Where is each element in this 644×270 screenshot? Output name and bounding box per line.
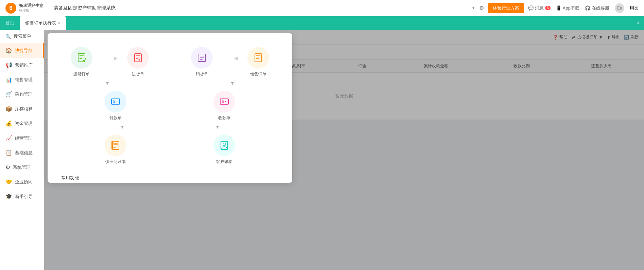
marketing-label: 营销推广 xyxy=(15,62,33,68)
arrow-dashed-2: ◀ xyxy=(222,55,238,69)
message-icon: 💬 xyxy=(528,5,534,11)
sidebar: 🔍 搜索菜单 🏠 快捷导航 📢 营销推广 📊 销售管理 🛒 采购管理 📦 库存核… xyxy=(0,30,44,270)
payment-label: 付款单 xyxy=(109,115,122,121)
sale-bill-circle xyxy=(191,47,213,69)
logo-icon: 6 xyxy=(5,3,16,14)
modal-scroll[interactable]: 进货订单 ▶ xyxy=(48,33,292,183)
message-btn[interactable]: 💬 消息 6 xyxy=(528,5,551,11)
sidebar-item-sales[interactable]: 📊 销售管理 xyxy=(0,72,44,87)
sale-bill-label: 销货单 xyxy=(196,71,208,77)
flow-item-purchase-order[interactable]: 进货订单 xyxy=(61,47,102,77)
content-area: ❓ 帮助 🖨 按模板打印 ▼ ⬆ 导出 🔄 刷新 📅 单据状态 xyxy=(44,30,644,270)
tab-bar: 首页 销售订单执行表 × × xyxy=(0,16,644,30)
system-icon: ⚙ xyxy=(5,164,10,170)
logo-sub: 标准版 xyxy=(19,8,43,13)
tab-home[interactable]: 首页 xyxy=(0,16,20,30)
customer-ledger-icon xyxy=(219,140,230,151)
modal: 进货订单 ▶ xyxy=(48,33,292,183)
search-menu-btn[interactable]: 🔍 搜索菜单 xyxy=(0,30,44,43)
tab-sales-order[interactable]: 销售订单执行表 × xyxy=(20,16,66,30)
basic-info-icon: 📋 xyxy=(5,149,12,156)
sidebar-item-basic-info[interactable]: 📋 基础信息 xyxy=(0,145,44,160)
online-service-btn[interactable]: 🎧 在线客服 xyxy=(585,5,609,11)
logo-name: 畅康通好生意 xyxy=(19,3,43,8)
sidebar-item-inventory[interactable]: 📦 库存核算 xyxy=(0,102,44,116)
svg-rect-18 xyxy=(220,99,228,104)
sidebar-item-enterprise[interactable]: 🤝 企业协同 xyxy=(0,175,44,189)
purchase-icon: 🛒 xyxy=(5,91,12,97)
flow-item-sale-bill[interactable]: 销货单 xyxy=(181,47,222,77)
inventory-label: 库存核算 xyxy=(15,106,33,112)
flow-item-sale-order[interactable]: 销售订单 xyxy=(238,47,279,77)
svg-rect-28 xyxy=(221,141,228,149)
purchase-label: 采购管理 xyxy=(15,91,33,97)
sidebar-item-system[interactable]: ⚙ 系统管理 xyxy=(0,160,44,175)
flow-row-1: 进货订单 ▶ xyxy=(61,43,279,80)
header-actions: 💬 消息 6 📱 App下载 🎧 在线客服 Ea 用友 xyxy=(528,3,639,13)
inventory-icon: 📦 xyxy=(5,106,12,112)
svg-point-29 xyxy=(223,143,226,146)
basic-info-label: 基础信息 xyxy=(15,150,33,156)
quick-nav-icon: 🏠 xyxy=(5,47,12,54)
app-download-btn[interactable]: 📱 App下载 xyxy=(556,5,579,11)
svg-rect-4 xyxy=(135,54,141,62)
flow-area: 进货订单 ▶ xyxy=(48,33,292,175)
sidebar-item-quick-nav[interactable]: 🏠 快捷导航 xyxy=(0,43,44,58)
arrow-dashed-1: ▶ xyxy=(102,55,118,69)
sidebar-item-beginner[interactable]: 🎓 新手引导 xyxy=(0,189,44,204)
tab-close-icon[interactable]: × xyxy=(58,21,60,25)
flow-arrows-row: ▼ ▼ xyxy=(61,80,279,87)
svg-rect-16 xyxy=(111,99,120,104)
beginner-label: 新手引导 xyxy=(15,194,33,200)
settings-icon[interactable]: ⚙ xyxy=(479,5,484,11)
tab-sales-order-label: 销售订单执行表 xyxy=(25,20,56,26)
flow-item-purchase-bill[interactable]: 进货单 xyxy=(118,47,158,77)
common-functions-title: 常用功能 xyxy=(61,175,279,181)
try-button[interactable]: 体验行业方案 xyxy=(488,3,524,13)
flow-row-2: ¥ 付款单 ¥ xyxy=(61,87,279,124)
system-label: 系统管理 xyxy=(13,164,31,170)
customer-ledger-label: 客户账本 xyxy=(216,159,232,165)
sale-order-icon xyxy=(253,52,264,63)
avatar-text: Ea xyxy=(617,6,622,11)
online-service-label: 在线客服 xyxy=(592,5,609,11)
flow-item-customer-ledger[interactable]: 客户账本 xyxy=(204,134,245,165)
logo-area: 6 畅康通好生意 标准版 xyxy=(5,3,50,14)
download-icon: 📱 xyxy=(556,5,561,11)
tab-bar-close-btn[interactable]: × xyxy=(637,20,644,26)
supplier-ledger-icon xyxy=(110,140,121,151)
sale-bill-icon xyxy=(196,52,207,63)
sale-order-circle xyxy=(247,47,269,69)
enterprise-label: 企业协同 xyxy=(15,179,33,185)
supplier-ledger-circle xyxy=(105,134,126,156)
modal-overlay: 进货订单 ▶ xyxy=(44,30,644,270)
sidebar-item-marketing[interactable]: 📢 营销推广 xyxy=(0,58,44,72)
flow-arrows-row-2: ▼ ▼ xyxy=(61,124,279,131)
system-title-dropdown[interactable]: ▼ xyxy=(472,6,475,10)
sidebar-item-operations[interactable]: 📈 经营管理 xyxy=(0,131,44,145)
svg-text:¥: ¥ xyxy=(222,100,224,104)
purchase-bill-label: 进货单 xyxy=(132,71,144,77)
svg-rect-27 xyxy=(111,141,113,149)
supplier-ledger-label: 供应商账本 xyxy=(105,159,126,165)
receipt-circle: ¥ xyxy=(213,91,235,112)
flow-row-3: 供应商账本 xyxy=(61,131,279,168)
sales-icon: 📊 xyxy=(5,76,12,83)
payment-icon: ¥ xyxy=(110,96,121,107)
flow-item-receipt[interactable]: ¥ 收款单 xyxy=(204,91,245,121)
enterprise-icon: 🤝 xyxy=(5,179,12,185)
tab-home-label: 首页 xyxy=(5,20,14,26)
sidebar-item-purchase[interactable]: 🛒 采购管理 xyxy=(0,87,44,102)
service-icon: 🎧 xyxy=(585,5,590,11)
top-header: 6 畅康通好生意 标准版 装备及固定资产辅助管理系统 ▼ ⚙ 体验行业方案 💬 … xyxy=(0,0,644,16)
operations-label: 经营管理 xyxy=(15,135,33,141)
flow-item-payment[interactable]: ¥ 付款单 xyxy=(95,91,136,121)
app-download-label: App下载 xyxy=(563,5,579,11)
marketing-icon: 📢 xyxy=(5,62,12,68)
sidebar-item-finance[interactable]: 💰 资金管理 xyxy=(0,116,44,131)
flow-item-supplier-ledger[interactable]: 供应商账本 xyxy=(95,134,136,165)
receipt-icon: ¥ xyxy=(219,96,230,107)
avatar[interactable]: Ea xyxy=(615,3,624,13)
message-badge: 6 xyxy=(545,6,551,10)
search-menu-label: 搜索菜单 xyxy=(14,33,31,39)
